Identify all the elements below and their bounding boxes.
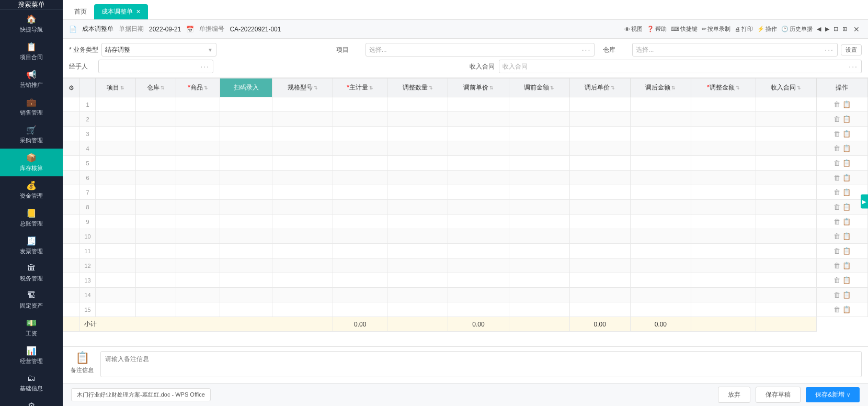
cell-after-price[interactable] <box>569 200 630 215</box>
delete-row-btn[interactable]: 🗑 <box>833 174 840 182</box>
toolbar-close-btn[interactable]: ✕ <box>851 24 862 35</box>
cell-after-price[interactable] <box>569 171 630 185</box>
cell-before-amount[interactable] <box>509 185 569 200</box>
copy-row-btn[interactable]: 📋 <box>842 306 851 313</box>
toolbar-ops-btn[interactable]: ⚡ 操作 <box>757 25 777 33</box>
cell-warehouse[interactable] <box>135 302 176 317</box>
cell-warehouse[interactable] <box>135 229 176 244</box>
save-new-button[interactable]: 保存&新增 ∨ <box>806 387 860 402</box>
settings-btn[interactable]: 设置 <box>841 44 862 55</box>
cell-income-contract[interactable] <box>756 127 816 141</box>
cell-adjust-amount[interactable] <box>691 185 756 200</box>
col-warehouse[interactable]: 仓库⇅ <box>135 78 176 97</box>
sidebar-item-invoice-mgmt[interactable]: 🧾发票管理 <box>0 232 63 260</box>
cell-adjust-amount[interactable] <box>691 273 756 288</box>
col-after-price[interactable]: 调后单价⇅ <box>569 78 630 97</box>
cell-after-amount[interactable] <box>630 97 691 112</box>
delete-row-btn[interactable]: 🗑 <box>833 203 840 211</box>
cell-spec[interactable] <box>272 215 333 229</box>
delete-row-btn[interactable]: 🗑 <box>833 218 840 225</box>
cell-scan-input[interactable] <box>220 288 272 302</box>
toolbar-nav-next-btn[interactable]: ▶ <box>825 26 829 32</box>
cell-before-amount[interactable] <box>509 244 569 258</box>
cell-income-contract[interactable] <box>756 288 816 302</box>
cell-before-price[interactable] <box>448 112 509 127</box>
cell-after-price[interactable] <box>569 273 630 288</box>
copy-row-btn[interactable]: 📋 <box>842 262 851 269</box>
cell-adjust-qty[interactable] <box>387 215 448 229</box>
cell-project[interactable] <box>96 229 136 244</box>
cell-project[interactable] <box>96 185 136 200</box>
cell-before-price[interactable] <box>448 185 509 200</box>
copy-row-btn[interactable]: 📋 <box>842 218 851 225</box>
cell-before-price[interactable] <box>448 229 509 244</box>
delete-row-btn[interactable]: 🗑 <box>833 144 840 152</box>
copy-row-btn[interactable]: 📋 <box>842 276 851 284</box>
cell-after-price[interactable] <box>569 112 630 127</box>
copy-row-btn[interactable]: 📋 <box>842 232 851 240</box>
cell-scan-input[interactable] <box>220 141 272 156</box>
cell-after-price[interactable] <box>569 302 630 317</box>
sidebar-item-sales-promo[interactable]: 📢营销推广 <box>0 65 63 93</box>
cell-before-price[interactable] <box>448 258 509 273</box>
cell-product[interactable] <box>176 200 220 215</box>
delete-row-btn[interactable]: 🗑 <box>833 291 840 299</box>
col-settings[interactable]: ⚙ <box>63 78 80 97</box>
cell-unit[interactable] <box>333 229 387 244</box>
toolbar-print-btn[interactable]: 🖨 打印 <box>735 25 753 33</box>
cell-after-price[interactable] <box>569 215 630 229</box>
cell-after-amount[interactable] <box>630 273 691 288</box>
cell-income-contract[interactable] <box>756 200 816 215</box>
col-spec[interactable]: 规格型号⇅ <box>272 78 333 97</box>
cell-project[interactable] <box>96 215 136 229</box>
cell-adjust-amount[interactable] <box>691 288 756 302</box>
cell-before-amount[interactable] <box>509 141 569 156</box>
cell-after-price[interactable] <box>569 258 630 273</box>
cell-project[interactable] <box>96 200 136 215</box>
cell-unit[interactable] <box>333 273 387 288</box>
cell-unit[interactable] <box>333 112 387 127</box>
cell-product[interactable] <box>176 258 220 273</box>
cell-unit[interactable] <box>333 141 387 156</box>
cell-income-contract[interactable] <box>756 229 816 244</box>
copy-row-btn[interactable]: 📋 <box>842 203 851 211</box>
cell-income-contract[interactable] <box>756 185 816 200</box>
cell-adjust-qty[interactable] <box>387 200 448 215</box>
cell-spec[interactable] <box>272 302 333 317</box>
cell-scan-input[interactable] <box>220 244 272 258</box>
cell-after-amount[interactable] <box>630 141 691 156</box>
cell-adjust-qty[interactable] <box>387 273 448 288</box>
cell-after-amount[interactable] <box>630 112 691 127</box>
cell-after-price[interactable] <box>569 244 630 258</box>
cell-warehouse[interactable] <box>135 244 176 258</box>
cell-unit[interactable] <box>333 127 387 141</box>
delete-row-btn[interactable]: 🗑 <box>833 262 840 269</box>
cell-adjust-qty[interactable] <box>387 185 448 200</box>
cell-before-amount[interactable] <box>509 288 569 302</box>
cell-spec[interactable] <box>272 97 333 112</box>
cell-income-contract[interactable] <box>756 141 816 156</box>
cell-adjust-amount[interactable] <box>691 141 756 156</box>
cell-after-price[interactable] <box>569 127 630 141</box>
toolbar-history-btn[interactable]: 🕑 历史单据 <box>781 25 813 33</box>
tab-close-cost-adjust[interactable]: ✕ <box>136 8 141 15</box>
delete-row-btn[interactable]: 🗑 <box>833 130 840 138</box>
cell-adjust-amount[interactable] <box>691 302 756 317</box>
cell-before-price[interactable] <box>448 244 509 258</box>
cell-before-price[interactable] <box>448 273 509 288</box>
toolbar-expand-btn[interactable]: ⊟ <box>833 26 838 32</box>
tab-home[interactable]: 首页 <box>67 4 94 19</box>
handler-input[interactable]: ··· <box>98 60 213 73</box>
cell-product[interactable] <box>176 141 220 156</box>
cell-income-contract[interactable] <box>756 215 816 229</box>
cell-after-price[interactable] <box>569 288 630 302</box>
cell-spec[interactable] <box>272 112 333 127</box>
cell-before-amount[interactable] <box>509 273 569 288</box>
cell-project[interactable] <box>96 244 136 258</box>
cell-unit[interactable] <box>333 156 387 171</box>
cell-adjust-amount[interactable] <box>691 97 756 112</box>
cell-before-amount[interactable] <box>509 156 569 171</box>
cell-adjust-qty[interactable] <box>387 112 448 127</box>
cell-spec[interactable] <box>272 288 333 302</box>
cell-adjust-qty[interactable] <box>387 127 448 141</box>
